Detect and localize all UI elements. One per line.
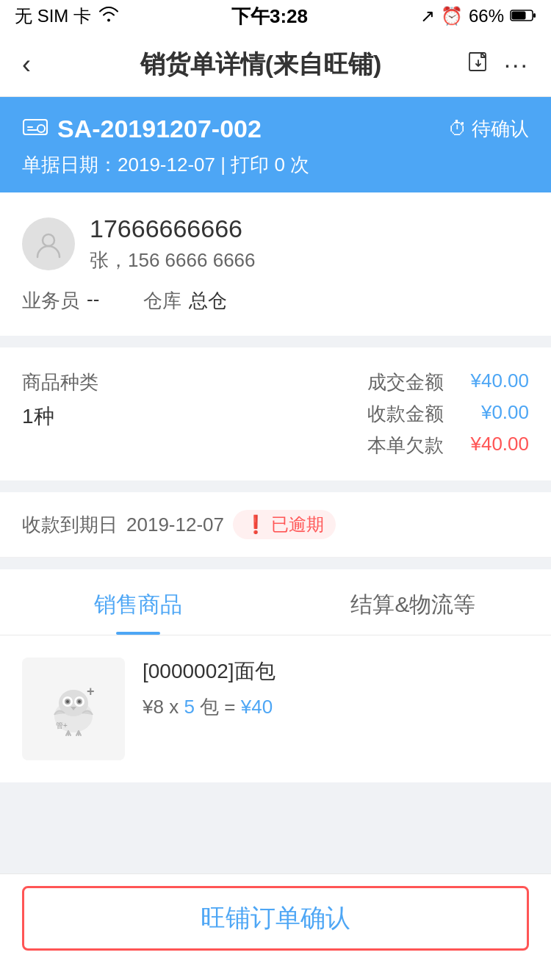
order-id-row: SA-20191207-002 ⏱ 待确认 [22, 115, 529, 143]
order-status: ⏱ 待确认 [448, 116, 529, 142]
svg-point-14 [78, 700, 81, 703]
warehouse-value: 总仓 [189, 288, 227, 314]
warehouse-item: 仓库 总仓 [143, 288, 227, 314]
overdue-icon: ❗ [245, 514, 267, 535]
status-bar: 无 SIM 卡 下午3:28 ↗ ⏰ 66% [0, 0, 551, 32]
received-value: ¥0.00 [455, 401, 529, 427]
tab-settlement[interactable]: 结算&物流等 [276, 569, 551, 635]
header-banner: SA-20191207-002 ⏱ 待确认 单据日期：2019-12-07 | … [0, 97, 551, 192]
status-left: 无 SIM 卡 [15, 4, 119, 28]
bottom-spacer [0, 782, 551, 871]
customer-meta: 业务员 -- 仓库 总仓 [22, 288, 529, 314]
product-type-label: 商品种类 [22, 370, 98, 395]
location-icon: ↗ [420, 6, 435, 26]
overdue-badge: ❗ 已逾期 [233, 510, 336, 539]
svg-point-5 [37, 125, 45, 132]
due-amount-label: 本单欠款 [367, 433, 444, 458]
svg-point-11 [66, 700, 69, 703]
tabs-row: 销售商品 结算&物流等 [0, 569, 551, 635]
due-date-value: 2019-12-07 [126, 514, 224, 536]
tabs-container: 销售商品 结算&物流等 [0, 569, 551, 782]
more-icon[interactable]: ··· [504, 50, 529, 79]
tab-sales-products[interactable]: 销售商品 [0, 569, 276, 635]
product-name: [0000002]面包 [143, 657, 529, 685]
amount-row: 成交金额 ¥40.00 [367, 370, 529, 395]
overdue-text: 已逾期 [271, 513, 324, 536]
due-amount-value: ¥40.00 [455, 433, 529, 458]
battery-text: 66% [469, 6, 504, 26]
avatar [22, 217, 75, 270]
status-right: ↗ ⏰ 66% [420, 6, 536, 26]
order-id: SA-20191207-002 [22, 115, 262, 143]
header-date: 单据日期：2019-12-07 | 打印 0 次 [22, 152, 529, 178]
amount-value: ¥40.00 [455, 370, 529, 395]
customer-name: 张，156 6666 6666 [90, 248, 256, 273]
customer-phone: 17666666666 [90, 215, 256, 243]
svg-point-6 [43, 234, 54, 246]
salesperson-label: 业务员 [22, 288, 79, 314]
nav-actions: ··· [455, 50, 529, 79]
export-icon[interactable] [467, 51, 489, 78]
received-row: 收款金额 ¥0.00 [367, 401, 529, 427]
status-time: 下午3:28 [231, 4, 308, 29]
salesperson-item: 业务员 -- [22, 288, 99, 314]
product-info: [0000002]面包 ¥8 x 5 包 = ¥40 [143, 657, 529, 760]
due-amount-row: 本单欠款 ¥40.00 [367, 433, 529, 458]
salesperson-value: -- [87, 288, 99, 314]
due-date-label: 收款到期日 [22, 512, 118, 538]
warehouse-label: 仓库 [143, 288, 181, 314]
customer-row: 17666666666 张，156 6666 6666 [22, 215, 529, 273]
svg-text:+: + [87, 684, 95, 699]
amounts: 成交金额 ¥40.00 收款金额 ¥0.00 本单欠款 ¥40.00 [367, 370, 529, 458]
amount-label: 成交金额 [367, 370, 444, 395]
nav-bar: ‹ 销货单详情(来自旺铺) ··· [0, 32, 551, 97]
battery-icon [510, 6, 536, 26]
customer-info: 17666666666 张，156 6666 6666 [90, 215, 256, 273]
carrier-text: 无 SIM 卡 [15, 4, 91, 28]
wifi-icon [98, 6, 119, 26]
svg-text:管+: 管+ [56, 721, 68, 729]
product-price: ¥8 x 5 包 = ¥40 [143, 694, 529, 720]
product-item: + 管+ [0000002]面包 ¥8 x 5 包 = ¥40 [0, 635, 551, 782]
product-type: 商品种类 1种 [22, 370, 98, 458]
product-image: + 管+ [22, 657, 125, 760]
due-date-section: 收款到期日 2019-12-07 ❗ 已逾期 [0, 492, 551, 558]
received-label: 收款金额 [367, 401, 444, 427]
bottom-action: 旺铺订单确认 [0, 873, 551, 980]
order-icon [22, 115, 48, 143]
svg-rect-1 [511, 12, 525, 20]
clock-icon: ⏱ [448, 118, 467, 140]
customer-section: 17666666666 张，156 6666 6666 业务员 -- 仓库 总仓 [0, 192, 551, 336]
page-title: 销货单详情(来自旺铺) [66, 48, 455, 82]
svg-rect-2 [533, 13, 536, 18]
confirm-button[interactable]: 旺铺订单确认 [22, 886, 529, 951]
product-type-value: 1种 [22, 403, 98, 430]
back-button[interactable]: ‹ [22, 49, 66, 80]
summary-section: 商品种类 1种 成交金额 ¥40.00 收款金额 ¥0.00 本单欠款 ¥40.… [0, 347, 551, 480]
alarm-icon: ⏰ [441, 6, 463, 26]
